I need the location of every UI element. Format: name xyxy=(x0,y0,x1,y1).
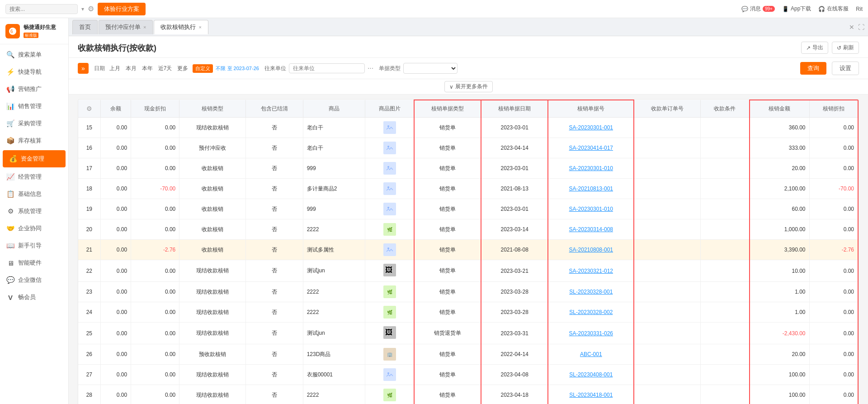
cell-writeoff-type: 收款核销 xyxy=(179,158,246,179)
partner-dots[interactable]: ··· xyxy=(368,64,373,72)
tab-prepay-close[interactable]: × xyxy=(143,24,146,30)
money-icon: 💰 xyxy=(9,155,17,163)
tab-prepay-label: 预付冲应付单 xyxy=(105,23,141,31)
tab-home-label: 首页 xyxy=(79,23,91,31)
cell-no: 24 xyxy=(78,302,100,323)
cell-report-date: 2023-04-18 xyxy=(481,385,548,404)
report-no-link[interactable]: SA-20230321-012 xyxy=(569,268,613,274)
book-icon: 📖 xyxy=(6,242,14,250)
sidebar-item-search[interactable]: 🔍 搜索菜单 xyxy=(0,46,68,63)
cell-writeoff-amount: 100.00 xyxy=(750,385,809,404)
sidebar-item-finance[interactable]: 💰 资金管理 xyxy=(3,150,66,167)
report-no-link[interactable]: ABC-001 xyxy=(580,351,602,357)
cell-include-settled: 否 xyxy=(245,118,303,138)
cell-report-type: 销货单 xyxy=(414,118,481,138)
settings-button[interactable]: 设置 xyxy=(832,62,859,75)
sidebar-item-membership[interactable]: V 畅会员 xyxy=(0,289,68,306)
industry-plan-button[interactable]: 体验行业方案 xyxy=(98,3,146,15)
cell-writeoff-type: 现结收款核销 xyxy=(179,385,246,404)
sidebar-item-system[interactable]: ⚙ 系统管理 xyxy=(0,203,68,220)
date-this-month[interactable]: 本月 xyxy=(124,64,138,73)
product-image: 🌿 xyxy=(383,389,396,401)
cell-report-no: ABC-001 xyxy=(548,344,634,365)
cell-report-no: SA-20230301-010 xyxy=(548,199,634,219)
svg-point-11 xyxy=(387,207,389,209)
th-gear[interactable]: ⚙ xyxy=(78,100,100,118)
cell-include-settled: 否 xyxy=(245,344,303,365)
date-custom-link[interactable]: 自定义 xyxy=(193,64,213,73)
expand-more-button[interactable]: ∨ 展开更多条件 xyxy=(444,81,493,92)
sidebar-item-operations[interactable]: 📈 经营管理 xyxy=(0,168,68,185)
export-button[interactable]: ↗ 导出 xyxy=(801,42,828,54)
voucher-type-label: 单据类型 xyxy=(379,65,401,72)
cell-writeoff-amount: 333.00 xyxy=(750,138,809,158)
cell-product: 老白干 xyxy=(303,118,365,138)
report-no-link[interactable]: SA-20230301-010 xyxy=(569,206,613,212)
report-no-link[interactable]: SL-20230408-001 xyxy=(569,371,613,378)
report-no-link[interactable]: SA-20230314-008 xyxy=(569,226,613,233)
cell-report-no: SL-20230328-002 xyxy=(548,302,634,323)
flash-icon: ⚡ xyxy=(6,68,14,76)
cell-product-img: 🌿 xyxy=(365,385,414,404)
cell-product-img xyxy=(365,118,414,138)
report-no-link[interactable]: SA-20230331-026 xyxy=(569,330,613,337)
sidebar-item-enterprise[interactable]: 🤝 企业协同 xyxy=(0,220,68,237)
voucher-type-select[interactable] xyxy=(403,63,458,74)
sidebar-item-purchase[interactable]: 🛒 采购管理 xyxy=(0,115,68,132)
sidebar-item-label: 营销推广 xyxy=(18,85,42,93)
search-input[interactable] xyxy=(5,4,78,14)
report-no-link[interactable]: SL-20230418-001 xyxy=(569,392,613,398)
sidebar-item-sales[interactable]: 📊 销售管理 xyxy=(0,98,68,115)
tab-writeoff-close[interactable]: × xyxy=(198,24,201,30)
report-no-link[interactable]: SL-20230328-002 xyxy=(569,309,613,315)
cell-cash-discount: 0.00 xyxy=(131,158,179,179)
cell-writeoff-amount: 100.00 xyxy=(750,365,809,385)
gear-icon[interactable]: ⚙ xyxy=(88,5,94,13)
cell-writeoff-type: 收款核销 xyxy=(179,179,246,199)
cell-receipt-terms xyxy=(701,323,750,344)
tab-prepay[interactable]: 预付冲应付单 × xyxy=(99,20,153,34)
sidebar-item-quicknav[interactable]: ⚡ 快捷导航 xyxy=(0,63,68,81)
gear-settings-icon[interactable]: ⚙ xyxy=(86,105,92,112)
tab-writeoff[interactable]: 收款核销执行 × xyxy=(154,20,208,34)
app-download-button[interactable]: 📱 App下载 xyxy=(782,5,811,13)
online-service-button[interactable]: 🎧 在线客服 xyxy=(818,5,849,13)
filter-expand-button[interactable]: » xyxy=(78,63,89,74)
chevron-down-icon: ▾ xyxy=(81,6,84,12)
sidebar-item-hardware[interactable]: 🖥 智能硬件 xyxy=(0,254,68,271)
report-no-link[interactable]: SA-20210813-001 xyxy=(569,185,613,192)
cell-receipt-order-no xyxy=(634,118,700,138)
sidebar-item-inventory[interactable]: 📦 库存核算 xyxy=(0,132,68,149)
expand-more-bar: ∨ 展开更多条件 xyxy=(69,79,868,95)
refresh-button[interactable]: ↺ 刷新 xyxy=(832,42,859,54)
date-more[interactable]: 更多 xyxy=(175,64,190,73)
tab-home[interactable]: 首页 xyxy=(72,20,98,34)
messages-button[interactable]: 💬 消息 99+ xyxy=(741,5,775,13)
date-7days[interactable]: 近7天 xyxy=(156,64,174,73)
sidebar-item-basic-info[interactable]: 📋 基础信息 xyxy=(0,185,68,203)
report-no-link[interactable]: SA-20230414-017 xyxy=(569,145,613,151)
cell-report-no: SL-20230408-001 xyxy=(548,365,634,385)
report-no-link[interactable]: SL-20230328-001 xyxy=(569,289,613,295)
cell-balance: 0.00 xyxy=(100,179,131,199)
date-range-display: 不限 至 2023-07-26 xyxy=(216,65,259,72)
report-no-link[interactable]: SA-20230301-001 xyxy=(569,124,613,131)
user-profile[interactable]: Rit xyxy=(856,6,863,12)
sidebar-item-marketing[interactable]: 📢 营销推广 xyxy=(0,81,68,98)
sidebar-item-wechat[interactable]: 💬 企业微信 xyxy=(0,271,68,289)
report-no-link[interactable]: SA-20230301-010 xyxy=(569,165,613,171)
cell-balance: 0.00 xyxy=(100,199,131,219)
partner-filter-input[interactable] xyxy=(289,63,365,73)
fullscreen-button[interactable]: ⛶ xyxy=(858,24,864,31)
filter-bar: » 日期 上月 本月 本年 近7天 更多 自定义 不限 至 2023-07-26… xyxy=(69,58,868,79)
close-tab-button[interactable]: ✕ xyxy=(849,24,854,31)
report-no-link[interactable]: SA-20210808-001 xyxy=(569,247,613,253)
sidebar-item-guide[interactable]: 📖 新手引导 xyxy=(0,237,68,254)
cell-include-settled: 否 xyxy=(245,323,303,344)
date-last-month[interactable]: 上月 xyxy=(108,64,122,73)
tab-writeoff-label: 收款核销执行 xyxy=(160,23,196,31)
query-button[interactable]: 查询 xyxy=(800,62,826,75)
top-bar-left: ▾ ⚙ 体验行业方案 xyxy=(5,3,737,15)
message-icon: 💬 xyxy=(741,6,748,12)
date-this-year[interactable]: 本年 xyxy=(140,64,155,73)
